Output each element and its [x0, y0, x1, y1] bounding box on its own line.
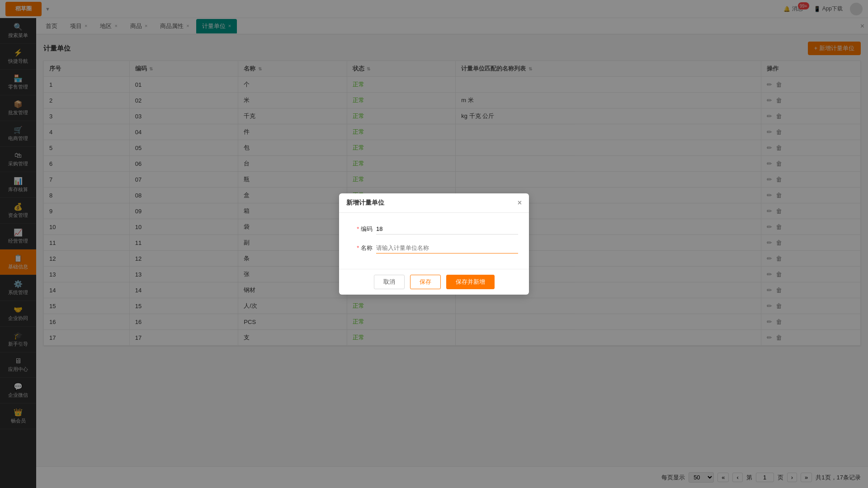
code-input[interactable]	[376, 224, 518, 235]
modal-header: 新增计量单位 ×	[339, 193, 529, 213]
modal-title: 新增计量单位	[346, 199, 384, 207]
form-row-name: 名称	[350, 243, 518, 253]
form-row-code: 编码	[350, 224, 518, 235]
modal-body: 编码 名称	[339, 213, 529, 269]
save-button[interactable]: 保存	[410, 275, 441, 289]
cancel-button[interactable]: 取消	[374, 275, 405, 289]
code-label: 编码	[350, 225, 373, 233]
modal-overlay: 新增计量单位 × 编码 名称 取消 保存 保存并新增	[0, 0, 868, 488]
save-new-button[interactable]: 保存并新增	[446, 275, 495, 289]
add-unit-modal: 新增计量单位 × 编码 名称 取消 保存 保存并新增	[339, 193, 529, 295]
modal-close-btn[interactable]: ×	[518, 199, 522, 207]
name-input[interactable]	[376, 243, 518, 253]
name-label: 名称	[350, 244, 373, 252]
modal-footer: 取消 保存 保存并新增	[339, 269, 529, 295]
